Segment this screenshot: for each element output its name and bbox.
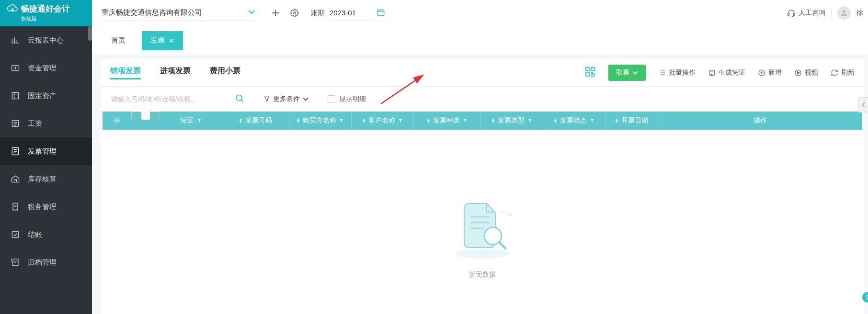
search-field[interactable] xyxy=(110,91,244,107)
sidebar-scrollbar[interactable] xyxy=(88,26,92,41)
sidebar-item-tax[interactable]: 税务管理 xyxy=(0,193,92,221)
play-circle-icon xyxy=(794,69,802,77)
col-kind[interactable]: ▲▼ 发票种类 xyxy=(414,112,481,130)
filter-row: 更多条件 显示明细 xyxy=(101,87,864,112)
sidebar-item-label: 资金管理 xyxy=(28,64,57,73)
funnel-icon xyxy=(398,118,403,123)
settings-button[interactable] xyxy=(287,6,302,20)
funnel-icon xyxy=(463,118,468,123)
gear-icon xyxy=(113,117,121,124)
sort-icon: ▲▼ xyxy=(554,118,558,123)
sidebar: 云报表中心资金管理固定资产工资发票管理库存核算税务管理结账归档管理 xyxy=(0,26,92,314)
sort-icon: ▲▼ xyxy=(239,118,243,123)
col-type[interactable]: ▲▼ 发票类型 xyxy=(481,112,543,130)
svg-rect-13 xyxy=(586,73,589,76)
right-drawer-handle[interactable] xyxy=(858,97,868,112)
subtab-purchase[interactable]: 进项发票 xyxy=(160,66,191,79)
top-header: 畅捷通好会计 旗舰版 重庆畅捷交通信息咨询有限公司 账期 2023-01 人工咨… xyxy=(0,0,868,26)
chevron-down-icon xyxy=(632,70,638,76)
fetch-invoice-button[interactable]: 取票 xyxy=(608,65,646,81)
sidebar-item-salary[interactable]: 工资 xyxy=(0,110,92,137)
page-tab-home[interactable]: 首页 xyxy=(103,31,134,50)
chevron-down-icon xyxy=(248,9,255,17)
page-tab-label: 发票 xyxy=(150,36,165,45)
add-company-button[interactable] xyxy=(268,6,283,20)
user-name[interactable]: 徐 xyxy=(857,9,863,17)
page-tab-bar: 首页 发票 ✕ xyxy=(92,26,868,55)
cloud-logo-icon xyxy=(7,4,18,14)
sidebar-item-label: 工资 xyxy=(28,119,42,128)
brand-area: 畅捷通好会计 旗舰版 xyxy=(0,0,92,26)
fetch-label: 取票 xyxy=(616,68,629,77)
plus-circle-icon xyxy=(758,69,765,77)
svg-rect-11 xyxy=(586,67,589,71)
calendar-icon[interactable] xyxy=(377,8,385,18)
checkbox-icon xyxy=(328,95,335,103)
sort-icon: ▲▼ xyxy=(615,118,619,123)
chevron-down-icon xyxy=(303,96,308,102)
video-button[interactable]: 视频 xyxy=(794,68,818,77)
support-label: 人工咨询 xyxy=(799,9,825,17)
sidebar-item-label: 发票管理 xyxy=(28,147,57,156)
period-label: 账期 xyxy=(310,9,325,18)
select-all-checkbox[interactable] xyxy=(131,112,160,119)
brand-name: 畅捷通好会计 xyxy=(21,3,70,14)
company-selector[interactable]: 重庆畅捷交通信息咨询有限公司 xyxy=(102,5,255,21)
main-area: 首页 发票 ✕ 销项发票 进项发票 费用小票 取票 xyxy=(92,26,868,314)
svg-point-19 xyxy=(116,120,118,122)
col-number[interactable]: ▲▼ 发票号码 xyxy=(222,112,289,130)
sidebar-item-archive[interactable]: 归档管理 xyxy=(0,248,92,276)
svg-point-20 xyxy=(456,249,509,258)
brand-edition: 旗舰版 xyxy=(21,15,92,22)
svg-rect-2 xyxy=(788,13,789,16)
divider xyxy=(831,8,832,18)
sort-icon: ▲▼ xyxy=(427,118,431,123)
show-detail-checkbox[interactable]: 显示明细 xyxy=(328,95,366,103)
svg-point-0 xyxy=(294,12,296,14)
col-date[interactable]: ▲▼ 开票日期 xyxy=(605,112,658,130)
sidebar-item-close[interactable]: 结账 xyxy=(0,221,92,248)
col-voucher[interactable]: 凭证 xyxy=(160,112,222,130)
company-name: 重庆畅捷交通信息咨询有限公司 xyxy=(102,8,202,17)
svg-rect-6 xyxy=(12,92,18,99)
empty-text: 暂无数据 xyxy=(469,270,496,279)
period-value[interactable]: 2023-01 xyxy=(330,5,372,21)
col-customer[interactable]: ▲▼ 客户名称 xyxy=(352,112,414,130)
sidebar-item-label: 结账 xyxy=(28,230,42,239)
funnel-icon xyxy=(590,118,594,123)
svg-rect-9 xyxy=(12,231,18,237)
support-button[interactable]: 人工咨询 xyxy=(787,9,825,17)
search-input[interactable] xyxy=(110,95,235,103)
qr-scan-button[interactable] xyxy=(584,66,596,79)
svg-rect-12 xyxy=(591,67,594,71)
funnel-icon xyxy=(196,118,202,123)
add-button[interactable]: 新增 xyxy=(758,68,782,77)
batch-button[interactable]: 批量操作 xyxy=(658,68,696,77)
funnel-icon xyxy=(527,118,532,123)
sidebar-item-stock[interactable]: 库存核算 xyxy=(0,165,92,193)
close-icon[interactable]: ✕ xyxy=(169,37,174,45)
column-settings-button[interactable] xyxy=(103,112,131,130)
search-icon[interactable] xyxy=(235,93,244,104)
sidebar-item-report[interactable]: 云报表中心 xyxy=(0,26,92,54)
subtab-sales[interactable]: 销项发票 xyxy=(110,66,141,79)
sidebar-item-asset[interactable]: 固定资产 xyxy=(0,82,92,110)
table-header: 凭证 ▲▼ 发票号码 ▲▼ 购买方名称 ▲▼ 客户名称 ▲▼ 发票种类 xyxy=(103,112,862,130)
gen-voucher-button[interactable]: 生成凭证 xyxy=(708,68,745,77)
sidebar-item-invoice[interactable]: 发票管理 xyxy=(0,137,92,165)
sidebar-item-fund[interactable]: 资金管理 xyxy=(0,54,92,82)
svg-point-4 xyxy=(843,10,845,13)
col-buyer[interactable]: ▲▼ 购买方名称 xyxy=(289,112,352,130)
sidebar-item-label: 库存核算 xyxy=(28,175,57,184)
list-icon xyxy=(658,69,666,77)
empty-illustration-icon xyxy=(444,194,521,261)
col-status[interactable]: ▲▼ 发票状态 xyxy=(543,112,605,130)
sidebar-item-label: 税务管理 xyxy=(28,202,57,212)
more-filter-button[interactable]: 更多条件 xyxy=(263,95,308,103)
subtab-expense[interactable]: 费用小票 xyxy=(210,66,240,79)
refresh-button[interactable]: 刷新 xyxy=(831,68,855,77)
sort-icon: ▲▼ xyxy=(297,118,300,123)
avatar[interactable] xyxy=(837,6,851,20)
page-tab-invoice[interactable]: 发票 ✕ xyxy=(142,31,183,50)
filter-icon xyxy=(263,96,270,102)
